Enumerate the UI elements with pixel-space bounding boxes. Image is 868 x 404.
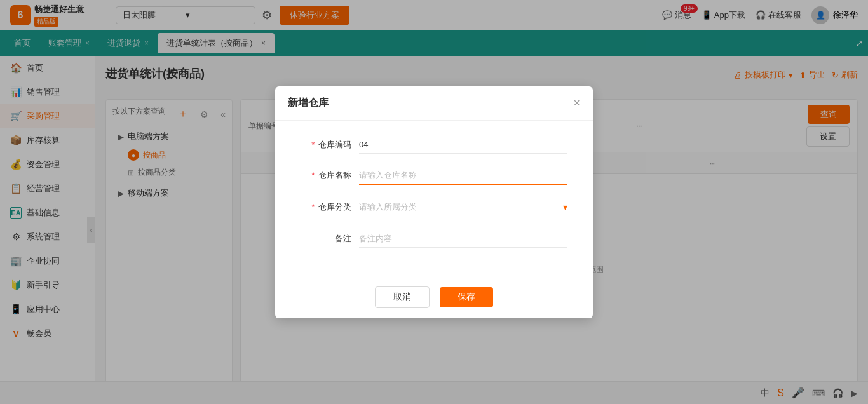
- warehouse-remark-row: 备注: [301, 230, 567, 248]
- modal-close-button[interactable]: ×: [573, 97, 580, 109]
- warehouse-category-row: * 仓库分类 请输入所属分类 ▾: [301, 198, 567, 217]
- warehouse-remark-label: 备注: [301, 233, 351, 245]
- warehouse-name-row: * 仓库名称: [301, 166, 567, 185]
- category-dropdown-icon: ▾: [563, 202, 567, 212]
- modal-title: 新增仓库: [288, 97, 329, 110]
- cancel-button[interactable]: 取消: [375, 286, 430, 308]
- warehouse-code-input[interactable]: [359, 136, 567, 154]
- warehouse-name-label: * 仓库名称: [301, 170, 351, 181]
- warehouse-remark-input[interactable]: [359, 230, 567, 248]
- warehouse-name-input[interactable]: [359, 166, 567, 185]
- warehouse-code-label: * 仓库编码: [301, 139, 351, 151]
- modal-header: 新增仓库 ×: [275, 86, 593, 121]
- warehouse-category-label: * 仓库分类: [301, 201, 351, 213]
- modal-footer: 取消 保存: [275, 276, 593, 318]
- modal-body: * 仓库编码 * 仓库名称 * 仓库分类 请输入所属: [275, 121, 593, 276]
- warehouse-code-row: * 仓库编码: [301, 136, 567, 154]
- warehouse-category-select[interactable]: 请输入所属分类 ▾: [359, 198, 567, 217]
- save-button[interactable]: 保存: [440, 287, 493, 307]
- modal-overlay: 新增仓库 × * 仓库编码 * 仓库名称: [0, 0, 868, 404]
- add-warehouse-modal: 新增仓库 × * 仓库编码 * 仓库名称: [275, 86, 593, 318]
